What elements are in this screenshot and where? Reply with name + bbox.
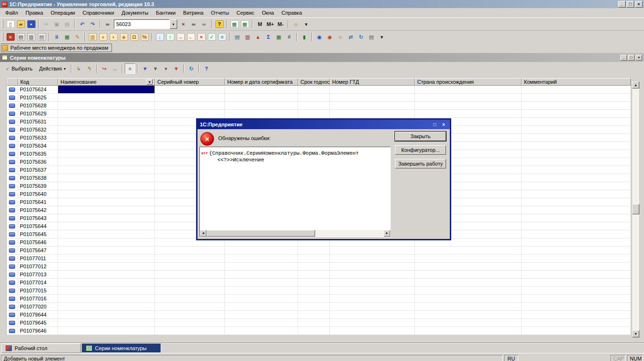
cell-cert[interactable]	[225, 110, 298, 118]
cell-country[interactable]	[415, 263, 522, 271]
cell-comment[interactable]	[522, 150, 631, 158]
cell-gtd[interactable]	[330, 303, 415, 311]
clear-search-icon[interactable]: ×	[178, 19, 189, 29]
spreadsheet-icon[interactable]: ▦	[229, 19, 240, 29]
print-preview-icon[interactable]: ▥	[26, 32, 36, 42]
cell-serial[interactable]	[155, 319, 225, 327]
vertical-scrollbar[interactable]: ▲ ▼	[632, 81, 640, 338]
cell-code[interactable]: Р01075643	[18, 214, 58, 222]
grid-header-country[interactable]: Страна происхождения	[415, 78, 522, 86]
report-icon[interactable]: ▥	[242, 32, 253, 42]
cell-code[interactable]: Р01077011	[18, 255, 58, 263]
cell-name[interactable]	[58, 238, 155, 247]
grid-header-gtd[interactable]: Номер ГТД	[330, 78, 415, 86]
tools-icon[interactable]: ☼	[291, 19, 301, 29]
toolbar2-options-icon[interactable]: ▾	[377, 32, 387, 42]
close-dialog-button[interactable]: Закрыть	[395, 132, 446, 141]
cell-gtd[interactable]	[330, 311, 415, 319]
cell-exp[interactable]	[298, 295, 330, 303]
open-icon[interactable]: ▰	[16, 19, 26, 29]
spreadsheet-edit-icon[interactable]: ▦	[240, 19, 250, 29]
grid-header-code[interactable]: Код	[18, 78, 58, 86]
child-restore-button[interactable]: □	[628, 55, 635, 61]
cell-name[interactable]	[58, 86, 155, 94]
cell-serial[interactable]	[155, 311, 225, 319]
return-document-icon[interactable]: ←	[186, 32, 196, 42]
cell-comment[interactable]	[522, 263, 631, 271]
cell-cert[interactable]	[225, 311, 298, 319]
exit-icon[interactable]: ▮	[299, 32, 309, 42]
table-row[interactable]: Р01079646	[7, 327, 631, 335]
menu-item-operations[interactable]: Операции	[47, 9, 78, 17]
menu-item-windows[interactable]: Окна	[258, 9, 278, 17]
incoming-document-icon[interactable]: ↓	[155, 32, 165, 42]
cell-name[interactable]	[58, 255, 155, 263]
dialog-close-button[interactable]: ×	[440, 121, 447, 128]
menu-item-reports[interactable]: Отчеты	[207, 9, 233, 17]
cell-gtd[interactable]	[330, 327, 415, 335]
cell-comment[interactable]	[522, 198, 631, 206]
cell-serial[interactable]	[155, 110, 225, 118]
cell-comment[interactable]	[522, 287, 631, 295]
users-icon[interactable]: ◉	[314, 32, 325, 42]
table-row[interactable]: Р01077011	[7, 255, 631, 263]
move-to-group-icon[interactable]: ↪	[99, 63, 110, 74]
cell-cert[interactable]	[225, 94, 298, 102]
cell-name[interactable]	[58, 222, 155, 230]
cell-code[interactable]: Р01075633	[18, 134, 58, 142]
cell-code[interactable]: Р01079644	[18, 311, 58, 319]
filter-history-icon[interactable]: ▾	[161, 63, 171, 74]
syntax-check-icon[interactable]: ?	[214, 19, 224, 29]
close-button[interactable]: ×	[635, 1, 643, 8]
cell-country[interactable]	[415, 110, 522, 118]
cell-cert[interactable]	[225, 271, 298, 279]
cell-name[interactable]	[58, 303, 155, 311]
cell-gtd[interactable]	[330, 110, 415, 118]
scroll-down-icon[interactable]: ▼	[632, 330, 639, 337]
menu-item-service[interactable]: Сервис	[233, 9, 258, 17]
toolbar-grip[interactable]	[2, 33, 3, 41]
taskbar-tab[interactable]: Серии номенклатуры	[82, 343, 161, 353]
redo-icon[interactable]: ↷	[87, 19, 98, 29]
table-row[interactable]: Р01079645	[7, 319, 631, 327]
child-minimize-button[interactable]: _	[620, 55, 627, 61]
cell-exp[interactable]	[298, 263, 330, 271]
menu-item-file[interactable]: Файл	[1, 9, 22, 17]
minimize-button[interactable]: _	[618, 1, 626, 8]
cell-name[interactable]	[58, 142, 155, 150]
cell-comment[interactable]	[522, 102, 631, 110]
cell-serial[interactable]	[155, 263, 225, 271]
cell-country[interactable]	[415, 311, 522, 319]
cell-name[interactable]	[58, 206, 155, 214]
table-row[interactable]: Р01075628	[7, 102, 631, 110]
go-to-code-icon[interactable]: →	[110, 63, 120, 74]
print-icon[interactable]: ▤	[16, 32, 26, 42]
cell-country[interactable]	[415, 94, 522, 102]
menu-item-vitrina[interactable]: Витрина	[180, 9, 207, 17]
table-row[interactable]: Р01077013	[7, 271, 631, 279]
data-exchange-icon[interactable]: ⇄	[345, 32, 356, 42]
cell-code[interactable]: Р01075644	[18, 222, 58, 230]
cell-cert[interactable]	[225, 319, 298, 327]
cell-comment[interactable]	[522, 247, 631, 255]
cell-exp[interactable]	[298, 94, 330, 102]
cell-name[interactable]	[58, 102, 155, 110]
cell-name[interactable]	[58, 166, 155, 174]
table-row[interactable]: Р01077020	[7, 303, 631, 311]
writeoff-document-icon[interactable]: ×	[196, 32, 206, 42]
cell-name[interactable]	[58, 190, 155, 198]
purse-icon[interactable]: ◗	[108, 32, 119, 42]
cell-country[interactable]	[415, 247, 522, 255]
cell-comment[interactable]	[522, 166, 631, 174]
cell-exp[interactable]	[298, 271, 330, 279]
taskbar-tab[interactable]: Рабочий стол	[1, 343, 81, 353]
cell-cert[interactable]	[225, 255, 298, 263]
cell-name[interactable]	[58, 174, 155, 182]
cell-code[interactable]: Р01077014	[18, 279, 58, 287]
posting-document-icon[interactable]: ✓	[206, 32, 217, 42]
scroll-up-icon[interactable]: ▲	[632, 81, 639, 88]
cell-comment[interactable]	[522, 327, 631, 335]
order-document-icon[interactable]: ≡	[217, 32, 227, 42]
dialog-titlebar[interactable]: 1С:Предприятие □ ×	[197, 120, 450, 129]
refresh-icon[interactable]: ↻	[186, 63, 197, 74]
